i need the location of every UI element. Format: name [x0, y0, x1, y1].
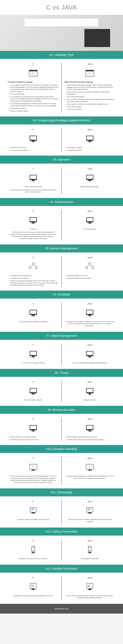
svg-rect-17 [31, 181, 35, 181]
monitor-icon [64, 308, 115, 318]
comparison-row-5: CUser based memory management.It support… [0, 252, 123, 290]
c-content: It supports call by value and call by re… [8, 558, 59, 560]
section-header-10: #10. Exception Handling [0, 445, 123, 453]
c-title: C [8, 500, 59, 503]
svg-rect-21 [88, 181, 92, 181]
section-header-6: #6. Portability [0, 290, 123, 298]
java-title: Java [64, 168, 115, 170]
comparison-row-9: CMemory allocation can be done by malloc… [0, 414, 123, 445]
svg-rect-15 [30, 175, 36, 179]
svg-text:!: ! [32, 465, 34, 468]
svg-rect-107 [88, 553, 92, 553]
svg-rect-84 [30, 508, 36, 512]
comparison-row-1: C< />Procedural Programing Language.Let … [0, 59, 123, 116]
svg-rect-73 [87, 426, 93, 429]
c-content: It supports.C Preprocessors is a macro p… [8, 228, 59, 240]
svg-rect-67 [88, 394, 92, 394]
svg-rect-63 [31, 394, 35, 394]
svg-rect-106 [89, 552, 91, 553]
svg-text:#1: #1 [88, 584, 91, 587]
monitor-icon [8, 215, 59, 226]
svg-rect-37 [89, 262, 91, 264]
svg-rect-71 [31, 431, 35, 431]
java-content: Follows bottom-up approach. [64, 186, 115, 188]
svg-rect-12 [89, 141, 91, 142]
phone-icon [64, 545, 115, 555]
c-title: C [8, 457, 59, 460]
c-content: Declaration of variables should be at th… [8, 595, 59, 597]
c-content: C does not provide direct mechanism for … [8, 475, 59, 484]
comparison-row-13: C#1Declaration of variables should be at… [0, 573, 123, 604]
monitor-icon [8, 134, 59, 144]
code-icon: < /> [8, 68, 59, 78]
c-column: CIt break down to functions.It is more p… [5, 128, 62, 152]
svg-rect-27 [87, 218, 93, 221]
svg-point-105 [90, 551, 90, 552]
c-column: CIt supports call by value and call by r… [5, 540, 62, 561]
svg-rect-54 [32, 356, 34, 357]
java-column: JavaMemory allocation can be done by new… [62, 418, 118, 441]
java-title: Java [64, 576, 115, 579]
section-header-5: #5. Memory Management [0, 244, 123, 252]
svg-rect-11 [87, 136, 93, 140]
c-title: C [8, 302, 59, 305]
comparison-row-8: CIt does not support Threads.JavaIt supp… [0, 377, 123, 406]
svg-rect-78 [31, 470, 35, 470]
svg-rect-50 [89, 315, 91, 316]
java-column: JavaIn java it is automatically managed … [62, 344, 118, 365]
c-content: It break down to functions.It is more pr… [8, 146, 59, 151]
svg-rect-42 [86, 267, 88, 269]
java-title: Java [64, 457, 115, 460]
monitor-exclaim-icon: ! [8, 462, 59, 472]
svg-rect-20 [89, 180, 91, 181]
svg-rect-111 [31, 590, 36, 590]
comparison-row-11: CC does not supports overloading functio… [0, 496, 123, 528]
java-column: JavaIt does not supports. [62, 210, 118, 241]
c-title: C [8, 128, 59, 131]
c-content: User based memory management.It supports… [8, 274, 59, 286]
svg-text:< />: < /> [31, 72, 34, 74]
c-column: CUser based memory management.It support… [5, 256, 62, 287]
c-content: In C one have to manage it manually. [8, 362, 59, 364]
c-column: C#1Declaration of variables should be at… [5, 576, 62, 600]
section-header-2: #2. Programming Paradigms (pattern/model… [0, 116, 123, 124]
java-content: Object Oriented Programing Language.Obje… [64, 81, 115, 110]
comparison-row-4: CIt supports.C Preprocessors is a macro … [0, 206, 123, 244]
java-content: In java it is automatically managed by g… [64, 362, 115, 364]
svg-rect-65 [87, 388, 93, 392]
section-header-11: #11. Overloading [0, 488, 123, 496]
section-header-13: #13. Variable Declaration [0, 565, 123, 573]
svg-rect-9 [31, 142, 35, 142]
svg-rect-49 [87, 310, 93, 314]
c-content: C does not supports overloading function… [8, 518, 59, 520]
svg-rect-114 [88, 588, 91, 590]
svg-rect-95 [88, 513, 92, 514]
svg-text:< />: < /> [87, 72, 91, 74]
svg-rect-8 [32, 141, 34, 142]
page-header: C vs JAVA [0, 0, 123, 15]
monitor-icon [64, 215, 115, 226]
monitor-icon [8, 308, 59, 318]
svg-rect-45 [30, 310, 36, 314]
code-icon: < /> [64, 68, 115, 78]
c-title: C [8, 576, 59, 579]
svg-rect-57 [87, 352, 93, 355]
svg-rect-1 [29, 70, 37, 71]
c-title: C [8, 256, 59, 259]
java-column: JavaJava supports method overloading. Ov… [62, 500, 118, 524]
var-icon: #1 [8, 582, 59, 592]
java-column: JavaIt internally manages the memory.It … [62, 256, 118, 287]
monitor-icon [64, 134, 115, 144]
java-content: It only supports call by value. [64, 558, 115, 560]
java-content: It internally manages the memory.It does… [64, 274, 115, 279]
java-content: Java supports method overloading. Overlo… [64, 518, 115, 523]
svg-rect-46 [32, 315, 34, 316]
monitor-icon [8, 173, 59, 183]
section-header-9: #9. Memory Allocation [0, 406, 123, 414]
java-content: It break down to Objects.It is more data… [64, 146, 115, 151]
section-header-8: #8. Thread [0, 369, 123, 377]
java-title: Java [64, 381, 115, 384]
svg-rect-94 [88, 512, 91, 513]
c-title: C [8, 381, 59, 384]
flow-icon [8, 262, 59, 272]
